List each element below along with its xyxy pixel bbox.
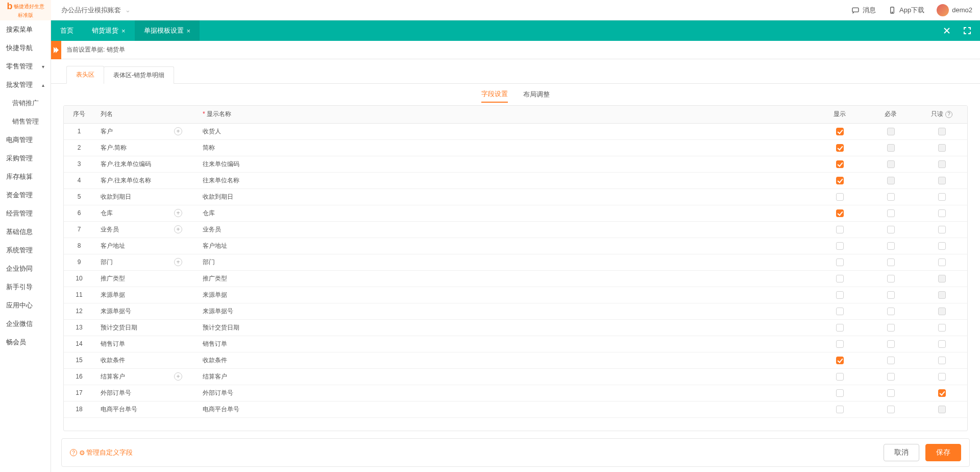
sidebar-item[interactable]: 电商管理 <box>0 131 51 149</box>
doc-region-tab[interactable]: 表头区 <box>66 66 104 84</box>
checkbox[interactable] <box>887 357 895 364</box>
checkbox[interactable] <box>836 258 844 266</box>
sidebar-item[interactable]: 批发管理▴ <box>0 76 51 94</box>
cell-display-name[interactable]: 电商平台单号 <box>197 401 814 417</box>
checkbox[interactable] <box>836 324 844 332</box>
checkbox[interactable] <box>887 340 895 348</box>
sidebar-item[interactable]: 搜索菜单 <box>0 20 51 39</box>
expand-panel-button[interactable] <box>51 41 61 59</box>
sidebar-item[interactable]: 基础信息 <box>0 223 51 241</box>
sidebar-item[interactable]: 采购管理 <box>0 149 51 168</box>
cell-display-name[interactable]: 收款条件 <box>197 352 814 368</box>
checkbox[interactable] <box>938 193 946 201</box>
checkbox[interactable] <box>938 389 946 397</box>
checkbox[interactable] <box>836 373 844 381</box>
checkbox[interactable] <box>887 193 895 201</box>
checkbox[interactable] <box>836 128 844 135</box>
nav-tab[interactable]: 销货退货× <box>83 20 135 41</box>
checkbox[interactable] <box>836 275 844 282</box>
close-icon[interactable]: × <box>121 27 126 35</box>
sidebar-item[interactable]: 新手引导 <box>0 278 51 296</box>
checkbox[interactable] <box>836 308 844 315</box>
cell-display-name[interactable]: 外部订单号 <box>197 385 814 401</box>
checkbox[interactable] <box>938 340 946 348</box>
expand-children-button[interactable]: + <box>174 372 182 381</box>
cell-display-name[interactable]: 来源单据号 <box>197 303 814 319</box>
sidebar-item[interactable]: 企业协同 <box>0 259 51 278</box>
app-download-button[interactable]: App下载 <box>888 6 924 15</box>
checkbox[interactable] <box>887 324 895 332</box>
cell-display-name[interactable]: 往来单位编码 <box>197 156 814 172</box>
checkbox[interactable] <box>887 308 895 315</box>
checkbox[interactable] <box>887 209 895 217</box>
fields-table-scroll[interactable]: 序号 列名 * 显示名称 显示 必录 只读? <box>63 105 968 431</box>
cell-display-name[interactable]: 往来单位名称 <box>197 172 814 188</box>
checkbox[interactable] <box>836 144 844 152</box>
save-button[interactable]: 保存 <box>925 444 961 461</box>
cell-display-name[interactable]: 简称 <box>197 139 814 156</box>
checkbox[interactable] <box>938 357 946 364</box>
sidebar-item[interactable]: 快捷导航 <box>0 39 51 57</box>
sub-tab[interactable]: 布局调整 <box>523 87 550 102</box>
checkbox[interactable] <box>887 242 895 250</box>
sidebar-item[interactable]: 畅会员 <box>0 333 51 351</box>
sidebar-item[interactable]: 库存核算 <box>0 168 51 186</box>
cell-display-name[interactable]: 结算客户 <box>197 368 814 385</box>
checkbox[interactable] <box>836 242 844 250</box>
cell-display-name[interactable]: 推广类型 <box>197 270 814 287</box>
sidebar-item[interactable]: 资金管理 <box>0 186 51 204</box>
manage-custom-fields-link[interactable]: 管理自定义字段 <box>86 448 133 457</box>
sidebar-subitem[interactable]: 营销推广 <box>0 94 51 112</box>
cell-display-name[interactable]: 部门 <box>197 254 814 270</box>
sidebar-item[interactable]: 企业微信 <box>0 315 51 333</box>
checkbox[interactable] <box>836 160 844 168</box>
sidebar-item[interactable]: 经营管理 <box>0 204 51 223</box>
expand-children-button[interactable]: + <box>174 225 182 233</box>
org-selector[interactable]: 办公品行业模拟账套 ⌄ <box>61 6 131 15</box>
checkbox[interactable] <box>938 324 946 332</box>
expand-children-button[interactable]: + <box>174 127 182 135</box>
checkbox[interactable] <box>887 291 895 299</box>
cancel-button[interactable]: 取消 <box>884 444 919 461</box>
checkbox[interactable] <box>836 177 844 184</box>
nav-tab[interactable]: 单据模板设置× <box>135 20 200 41</box>
checkbox[interactable] <box>836 291 844 299</box>
checkbox[interactable] <box>836 340 844 348</box>
sidebar-item[interactable]: 系统管理 <box>0 241 51 259</box>
checkbox[interactable] <box>836 226 844 233</box>
fullscreen-button[interactable] <box>960 23 975 38</box>
cell-display-name[interactable]: 销售订单 <box>197 336 814 352</box>
cell-display-name[interactable]: 来源单据 <box>197 287 814 303</box>
help-circle-icon[interactable]: ? <box>70 449 77 456</box>
checkbox[interactable] <box>836 406 844 413</box>
checkbox[interactable] <box>887 406 895 413</box>
expand-children-button[interactable]: + <box>174 209 182 217</box>
messages-button[interactable]: 消息 <box>851 6 876 15</box>
checkbox[interactable] <box>836 209 844 217</box>
sidebar-item[interactable]: 零售管理▾ <box>0 57 51 76</box>
expand-children-button[interactable]: + <box>174 258 182 266</box>
checkbox[interactable] <box>836 389 844 397</box>
help-icon[interactable]: ? <box>945 111 952 118</box>
checkbox[interactable] <box>887 226 895 233</box>
cell-display-name[interactable]: 客户地址 <box>197 238 814 254</box>
nav-tab[interactable]: 首页 <box>51 20 83 41</box>
cell-display-name[interactable]: 业务员 <box>197 221 814 238</box>
checkbox[interactable] <box>938 373 946 381</box>
cell-display-name[interactable]: 收货人 <box>197 123 814 139</box>
checkbox[interactable] <box>938 226 946 233</box>
close-icon[interactable]: × <box>187 27 191 35</box>
cell-display-name[interactable]: 仓库 <box>197 205 814 221</box>
checkbox[interactable] <box>887 258 895 266</box>
checkbox[interactable] <box>887 389 895 397</box>
checkbox[interactable] <box>887 275 895 282</box>
user-menu[interactable]: demo2 <box>937 4 972 16</box>
checkbox[interactable] <box>836 193 844 201</box>
sidebar-subitem[interactable]: 销售管理 <box>0 112 51 131</box>
checkbox[interactable] <box>938 209 946 217</box>
checkbox[interactable] <box>836 357 844 364</box>
checkbox[interactable] <box>938 258 946 266</box>
cell-display-name[interactable]: 收款到期日 <box>197 188 814 205</box>
checkbox[interactable] <box>887 373 895 381</box>
sub-tab[interactable]: 字段设置 <box>481 86 508 103</box>
